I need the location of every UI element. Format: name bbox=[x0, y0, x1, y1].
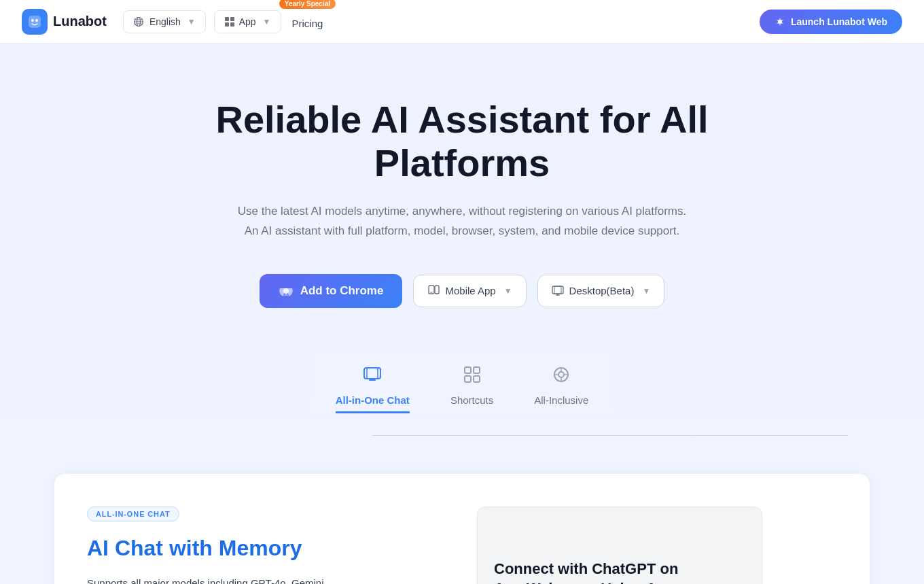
svg-point-30 bbox=[558, 372, 564, 377]
mobile-app-label: Mobile App bbox=[445, 285, 495, 296]
app-selector[interactable]: App ▼ bbox=[214, 10, 281, 33]
mobile-chevron: ▼ bbox=[504, 286, 512, 296]
mobile-app-button[interactable]: Mobile App ▼ bbox=[413, 275, 526, 307]
desktop-label: Desktop(Beta) bbox=[569, 285, 635, 296]
desktop-chevron: ▼ bbox=[642, 286, 650, 296]
feature-all-in-one[interactable]: All-in-One Chat bbox=[336, 365, 410, 413]
section-divider bbox=[372, 435, 848, 436]
shortcuts-icon bbox=[463, 365, 482, 389]
cta-row: Add to Chrome Mobile App ▼ Desktop(Beta)… bbox=[260, 274, 665, 308]
language-chevron: ▼ bbox=[188, 17, 196, 27]
mobile-icon bbox=[427, 285, 440, 297]
grid-icon bbox=[224, 16, 235, 27]
svg-rect-11 bbox=[230, 22, 234, 27]
launch-button[interactable]: Launch Lunabot Web bbox=[760, 10, 902, 34]
content-section: ALL-IN-ONE CHAT AI Chat with Memory Supp… bbox=[54, 474, 870, 584]
screenshot-line2: Any Webpage, Using Any bbox=[494, 579, 745, 584]
add-to-chrome-label: Add to Chrome bbox=[300, 284, 384, 298]
all-inclusive-icon bbox=[552, 365, 571, 389]
feature-shortcuts[interactable]: Shortcuts bbox=[450, 365, 493, 413]
language-label: English bbox=[149, 16, 181, 27]
content-right: Connect with ChatGPT on Any Webpage, Usi… bbox=[402, 506, 837, 584]
feature-all-in-one-inner: All-in-One Chat bbox=[336, 365, 410, 413]
svg-rect-0 bbox=[29, 16, 41, 28]
launch-icon bbox=[775, 16, 785, 27]
svg-rect-15 bbox=[435, 286, 439, 294]
svg-rect-18 bbox=[554, 286, 561, 294]
svg-rect-10 bbox=[225, 22, 229, 27]
hero-section: Reliable AI Assistant for All Platforms … bbox=[0, 44, 924, 463]
content-left: ALL-IN-ONE CHAT AI Chat with Memory Supp… bbox=[87, 506, 359, 584]
pricing-badge: Yearly Special bbox=[279, 0, 336, 9]
launch-label: Launch Lunabot Web bbox=[791, 16, 887, 27]
logo-icon bbox=[22, 9, 48, 35]
section-title: AI Chat with Memory bbox=[87, 535, 359, 561]
svg-rect-22 bbox=[367, 368, 378, 379]
add-to-chrome-button[interactable]: Add to Chrome bbox=[260, 274, 403, 308]
screenshot-line1: Connect with ChatGPT on bbox=[494, 560, 745, 579]
screenshot-content: Connect with ChatGPT on Any Webpage, Usi… bbox=[478, 543, 762, 584]
features-row: All-in-One Chat Shortcuts bbox=[314, 351, 611, 413]
pricing-wrap: Yearly Special Pricing bbox=[289, 8, 326, 35]
nav-right: English ▼ App ▼ Yearly Special Pricing bbox=[123, 8, 325, 35]
svg-rect-28 bbox=[474, 376, 480, 382]
language-selector[interactable]: English ▼ bbox=[123, 10, 206, 33]
chrome-icon bbox=[279, 284, 294, 298]
svg-point-2 bbox=[35, 19, 38, 22]
logo-link[interactable]: Lunabot bbox=[22, 9, 107, 35]
section-description: Supports all major models including GPT-… bbox=[87, 574, 359, 584]
screenshot-box: Connect with ChatGPT on Any Webpage, Usi… bbox=[477, 506, 762, 584]
svg-rect-27 bbox=[465, 376, 471, 382]
feature-all-inclusive[interactable]: All-Inclusive bbox=[534, 365, 588, 413]
svg-point-1 bbox=[31, 19, 34, 22]
svg-rect-9 bbox=[230, 17, 234, 21]
hero-subtitle: Use the latest AI models anytime, anywhe… bbox=[231, 202, 693, 241]
navbar: Lunabot English ▼ App ▼ Yea bbox=[0, 0, 924, 44]
feature-all-inclusive-inner: All-Inclusive bbox=[534, 365, 588, 413]
all-inclusive-label: All-Inclusive bbox=[534, 394, 588, 406]
desktop-button[interactable]: Desktop(Beta) ▼ bbox=[537, 275, 665, 307]
app-chevron: ▼ bbox=[263, 17, 271, 27]
desktop-icon bbox=[552, 285, 564, 297]
all-in-one-label: All-in-One Chat bbox=[336, 394, 410, 406]
svg-rect-8 bbox=[225, 17, 229, 21]
all-in-one-icon bbox=[363, 365, 382, 389]
svg-rect-26 bbox=[474, 367, 480, 373]
svg-rect-17 bbox=[552, 286, 563, 294]
app-label: App bbox=[239, 16, 256, 27]
section-tag: ALL-IN-ONE CHAT bbox=[87, 506, 179, 521]
pricing-link[interactable]: Pricing bbox=[289, 12, 326, 35]
hero-title: Reliable AI Assistant for All Platforms bbox=[156, 98, 768, 186]
globe-icon bbox=[133, 16, 144, 27]
svg-rect-25 bbox=[465, 367, 471, 373]
brand-name: Lunabot bbox=[53, 14, 107, 29]
feature-shortcuts-inner: Shortcuts bbox=[450, 365, 493, 413]
shortcuts-label: Shortcuts bbox=[450, 394, 493, 406]
